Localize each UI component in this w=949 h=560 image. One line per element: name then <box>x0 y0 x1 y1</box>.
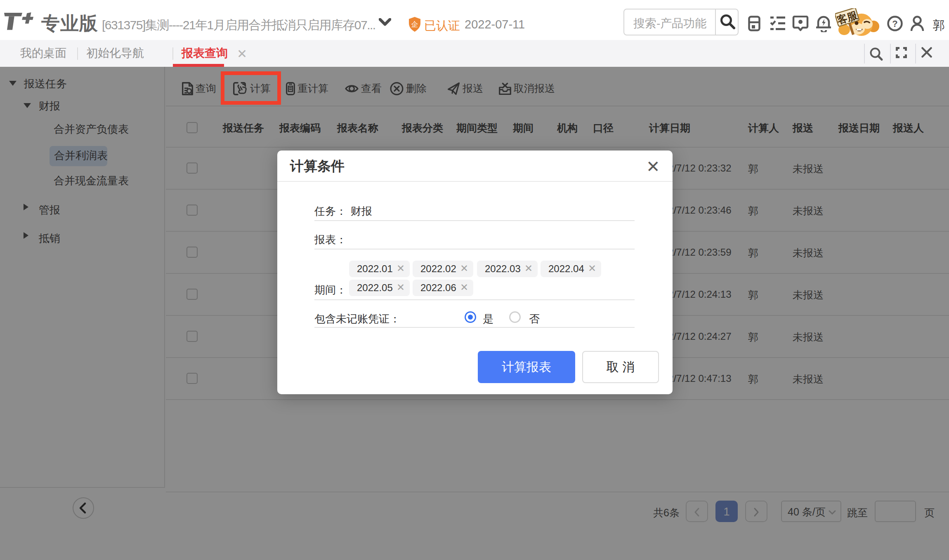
svg-text:企: 企 <box>411 21 418 28</box>
svg-text:?: ? <box>892 19 897 29</box>
